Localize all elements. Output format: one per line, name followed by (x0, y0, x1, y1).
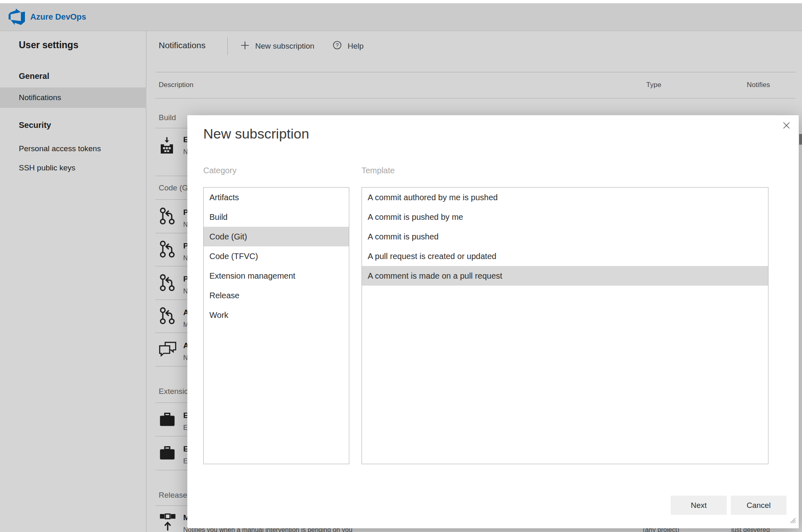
category-option-build[interactable]: Build (204, 207, 349, 227)
template-option-commit-authored-pushed[interactable]: A commit authored by me is pushed (362, 188, 768, 207)
dialog-title: New subscription (203, 126, 309, 142)
template-label: Template (362, 166, 395, 175)
category-option-work[interactable]: Work (204, 305, 349, 325)
template-listbox: A commit authored by me is pushed A comm… (362, 187, 768, 464)
template-option-commit-pushed-by-me[interactable]: A commit is pushed by me (362, 207, 768, 227)
resize-gripper-icon[interactable] (789, 516, 796, 525)
template-option-pull-request-created-updated[interactable]: A pull request is created or updated (362, 246, 768, 266)
category-option-code-git[interactable]: Code (Git) (204, 227, 349, 246)
category-option-extension-management[interactable]: Extension management (204, 266, 349, 286)
template-option-commit-pushed[interactable]: A commit is pushed (362, 227, 768, 246)
category-label: Category (203, 166, 236, 175)
category-listbox: Artifacts Build Code (Git) Code (TFVC) E… (203, 187, 349, 464)
azure-devops-screen: Azure DevOps User settings General Notif… (0, 0, 802, 532)
next-button[interactable]: Next (671, 496, 727, 515)
category-option-release[interactable]: Release (204, 286, 349, 305)
close-icon[interactable] (780, 119, 793, 132)
category-option-artifacts[interactable]: Artifacts (204, 188, 349, 207)
cancel-button[interactable]: Cancel (731, 496, 786, 515)
template-option-comment-on-pull-request[interactable]: A comment is made on a pull request (362, 266, 768, 286)
new-subscription-dialog: New subscription Category Template Artif… (187, 115, 799, 528)
category-option-code-tfvc[interactable]: Code (TFVC) (204, 246, 349, 266)
